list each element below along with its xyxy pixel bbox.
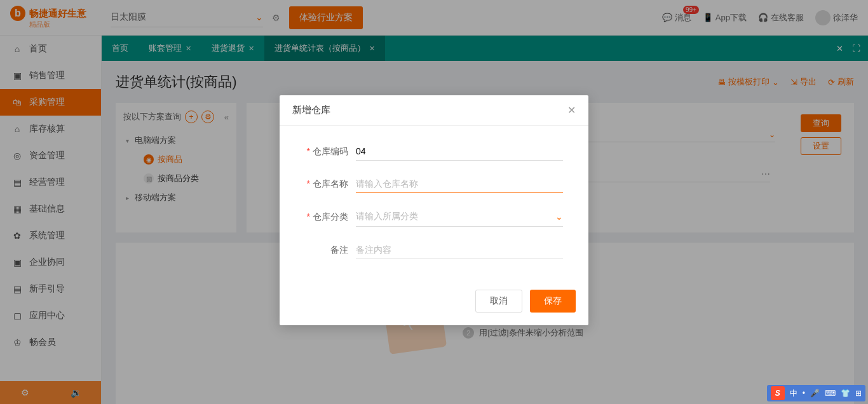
ime-skin-icon[interactable]: 👕 (841, 389, 850, 398)
cancel-button[interactable]: 取消 (475, 290, 522, 313)
chevron-down-icon: ⌄ (555, 212, 563, 222)
ime-keyboard-icon[interactable]: ⌨ (825, 389, 836, 398)
input-remark[interactable] (356, 241, 563, 259)
add-warehouse-modal: 新增仓库 ✕ 仓库编码 仓库名称 仓库分类 请输入所属分类 ⌄ 备注 (280, 95, 588, 325)
modal-overlay: 新增仓库 ✕ 仓库编码 仓库名称 仓库分类 请输入所属分类 ⌄ 备注 (0, 0, 868, 404)
ime-lang[interactable]: 中 (790, 388, 797, 399)
label-remark: 备注 (305, 245, 356, 256)
label-name: 仓库名称 (305, 178, 356, 190)
input-code[interactable] (356, 142, 563, 161)
ime-logo-icon: S (771, 386, 785, 400)
select-category[interactable]: 请输入所属分类 ⌄ (356, 207, 563, 227)
ime-mic-icon[interactable]: 🎤 (810, 389, 820, 398)
select-category-placeholder: 请输入所属分类 (356, 211, 418, 222)
input-name[interactable] (356, 175, 563, 193)
close-icon[interactable]: ✕ (567, 104, 576, 116)
ime-toolbar[interactable]: S 中 • 🎤 ⌨ 👕 ⊞ (767, 385, 865, 401)
save-button[interactable]: 保存 (530, 290, 576, 313)
ime-grid-icon[interactable]: ⊞ (855, 389, 862, 398)
ime-punct-icon[interactable]: • (803, 389, 805, 398)
label-category: 仓库分类 (305, 212, 356, 223)
modal-title: 新增仓库 (292, 104, 330, 116)
label-code: 仓库编码 (305, 146, 356, 158)
